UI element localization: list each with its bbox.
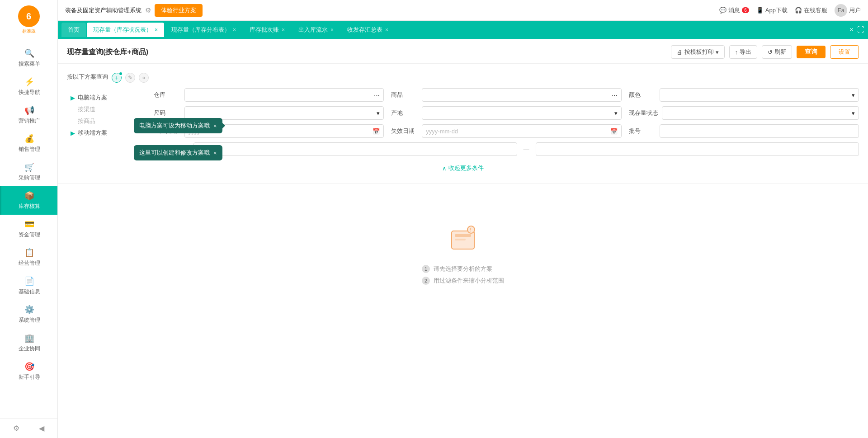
collapse-sidebar-icon[interactable]: ◀ (39, 424, 44, 433)
headset-icon: 🎧 (795, 7, 802, 14)
inventory-status-select[interactable]: ▾ (662, 106, 859, 120)
batch-input[interactable] (660, 124, 859, 138)
color-select[interactable]: ▾ (660, 88, 859, 102)
system-name: 装备及固定资产辅助管理系统 (65, 6, 142, 14)
empty-tip-1: 1 请先选择要分析的方案 (422, 265, 504, 273)
scheme-dot-indicator (118, 71, 123, 76)
svg-rect-2 (455, 239, 466, 240)
sidebar-item-sales[interactable]: 💰销售管理 (0, 129, 57, 158)
enterprise-icon: 🏢 (24, 333, 34, 343)
empty-tip-2: 2 用过滤条件来缩小分析范围 (422, 277, 504, 285)
goods-select[interactable]: ⋯ (422, 88, 621, 102)
search-button[interactable]: 查询 (797, 46, 826, 58)
sidebar-bottom: ⚙ ◀ (0, 418, 57, 438)
sidebar-item-marketing[interactable]: 📢营销推广 (0, 101, 57, 129)
sidebar-item-guide[interactable]: 🎯新手引导 (0, 357, 57, 386)
tab-close-flow[interactable]: × (330, 27, 334, 33)
sidebar-item-purchase[interactable]: 🛒采购管理 (0, 158, 57, 186)
settings-icon[interactable]: ⚙ (13, 424, 19, 433)
empty-illustration: ! (445, 220, 481, 256)
tab-inventory-dist[interactable]: 现存量（库存分布表） × (165, 23, 242, 37)
inventory-main-max-input[interactable] (536, 142, 859, 156)
origin-select[interactable]: ▾ (422, 106, 621, 120)
scheme-sub-item-pc-1[interactable]: 按渠道 (78, 104, 144, 115)
expand-icon-mobile: ▶ (71, 130, 75, 137)
page-actions: 🖨 按模板打印 ▾ ↑ 导出 ↺ 刷新 查询 设置 (671, 45, 859, 59)
tabs-bar: 首页 现存量（库存状况表） × 现存量（库存分布表） × 库存批次账 × 出入库… (58, 21, 868, 39)
tabs-right-controls: × ⛶ (849, 26, 864, 34)
scheme-tree-panel: ▶ 电脑端方案 按渠道 按商品 ▶ 移动端方案 (67, 88, 148, 142)
sidebar: 6 标准版 🔍搜索菜单⚡快捷导航📢营销推广💰销售管理🛒采购管理📦库存核算💳资金管… (0, 0, 58, 438)
sidebar-item-quick-nav[interactable]: ⚡快捷导航 (0, 72, 57, 101)
edit-scheme-button[interactable]: ✎ (125, 73, 135, 83)
tab-close-inventory-status[interactable]: × (155, 27, 158, 33)
batch-label: 批号 (629, 127, 656, 135)
calendar-icon[interactable]: 📅 (373, 128, 380, 135)
filter-origin: 产地 ▾ (391, 106, 621, 120)
refresh-button[interactable]: ↺ 刷新 (762, 45, 792, 59)
guide-icon: 🎯 (24, 362, 34, 372)
sidebar-item-operations[interactable]: 📋经营管理 (0, 243, 57, 272)
sidebar-item-inventory[interactable]: 📦库存核算 (0, 186, 57, 215)
tab-close-batch[interactable]: × (282, 27, 285, 33)
page-title: 现存量查询(按仓库+商品) (67, 47, 148, 57)
user-button[interactable]: Ea 用户 (835, 4, 861, 17)
refresh-icon: ↺ (768, 49, 773, 56)
expire-date-input[interactable]: yyyy-mm-dd 📅 (422, 124, 621, 138)
purchase-icon: 🛒 (24, 162, 34, 172)
sidebar-item-search[interactable]: 🔍搜索菜单 (0, 44, 57, 72)
tooltip-close-1[interactable]: × (213, 122, 217, 129)
sidebar-item-basic[interactable]: 📄基础信息 (0, 272, 57, 300)
export-button[interactable]: ↑ 导出 (729, 45, 758, 59)
collapse-conditions-button[interactable]: ∧ 收起更多条件 (67, 160, 859, 176)
size-label: 尺码 (154, 109, 181, 117)
tab-home[interactable]: 首页 (61, 23, 86, 37)
export-icon: ↑ (735, 49, 738, 56)
quick-nav-icon: ⚡ (24, 77, 34, 87)
tab-receive-send[interactable]: 收发存汇总表 × (341, 23, 395, 37)
tip-number-2: 2 (422, 277, 430, 285)
svg-text:!: ! (470, 227, 471, 232)
tab-inventory-status[interactable]: 现存量（库存状况表） × (87, 23, 164, 37)
close-all-tabs-icon[interactable]: × (849, 26, 854, 34)
scheme-item-pc[interactable]: ▶ 电脑端方案 (71, 92, 144, 104)
sidebar-logo: 6 标准版 (0, 0, 57, 40)
fullscreen-icon[interactable]: ⛶ (857, 26, 864, 34)
trial-button[interactable]: 体验行业方案 (155, 4, 203, 17)
sidebar-item-enterprise[interactable]: 🏢企业协同 (0, 329, 57, 357)
sidebar-nav: 🔍搜索菜单⚡快捷导航📢营销推广💰销售管理🛒采购管理📦库存核算💳资金管理📋经营管理… (0, 40, 57, 418)
app-download-button[interactable]: 📱 App下载 (756, 6, 788, 14)
header-left: 装备及固定资产辅助管理系统 ⚙ 体验行业方案 (65, 4, 203, 17)
header: 装备及固定资产辅助管理系统 ⚙ 体验行业方案 💬 消息 6 📱 App下载 🎧 … (58, 0, 868, 21)
warehouse-select[interactable]: ⋯ (184, 88, 384, 102)
tab-close-inventory-dist[interactable]: × (233, 27, 236, 33)
inventory-main-min-input[interactable] (193, 142, 517, 156)
filter-expire-date: 失效日期 yyyy-mm-dd 📅 (391, 124, 621, 138)
filter-color: 颜色 ▾ (629, 88, 859, 102)
tab-batch[interactable]: 库存批次账 × (243, 23, 291, 37)
main-content: 现存量查询(按仓库+商品) 🖨 按模板打印 ▾ ↑ 导出 ↺ 刷新 查询 设置 (58, 39, 868, 438)
set-button[interactable]: 设置 (830, 45, 859, 59)
online-support-button[interactable]: 🎧 在线客服 (795, 6, 827, 14)
tooltip-close-2[interactable]: × (213, 150, 217, 156)
filter-inventory-status: 现存量状态 ▾ (629, 106, 859, 120)
tab-close-receive-send[interactable]: × (385, 27, 388, 33)
marketing-icon: 📢 (24, 105, 34, 115)
sidebar-item-finance[interactable]: 💳资金管理 (0, 215, 57, 243)
scheme-item-mobile[interactable]: ▶ 移动端方案 (71, 127, 144, 139)
avatar: Ea (835, 4, 847, 17)
calendar-icon-2[interactable]: 📅 (610, 128, 618, 135)
expand-icon-pc: ▶ (71, 94, 75, 101)
content-area: 现存量查询(按仓库+商品) 🖨 按模板打印 ▾ ↑ 导出 ↺ 刷新 查询 设置 (58, 39, 868, 438)
expire-date-label: 失效日期 (391, 127, 418, 135)
back-scheme-button[interactable]: « (139, 73, 149, 83)
tip-number-1: 1 (422, 265, 430, 273)
messages-button[interactable]: 💬 消息 6 (719, 6, 749, 14)
color-label: 颜色 (629, 91, 656, 99)
sidebar-item-system[interactable]: ⚙️系统管理 (0, 300, 57, 329)
gear-icon[interactable]: ⚙ (145, 6, 151, 14)
logo-icon: 6 (18, 5, 40, 27)
print-button[interactable]: 🖨 按模板打印 ▾ (671, 45, 725, 59)
filter-warehouse: 仓库 ⋯ (154, 88, 384, 102)
tab-flow[interactable]: 出入库流水 × (292, 23, 340, 37)
